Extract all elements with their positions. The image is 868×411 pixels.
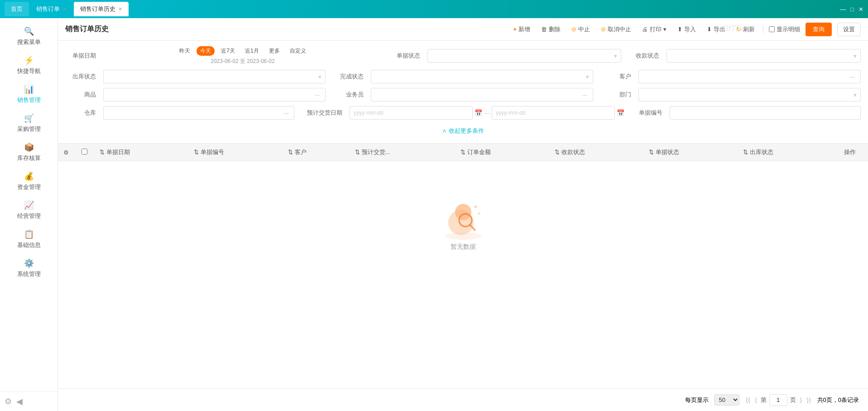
tab-home[interactable]: 首页: [5, 2, 29, 16]
expected-date-to[interactable]: yyyy-mm-dd: [492, 106, 615, 120]
th-settings[interactable]: ⚙: [58, 144, 76, 161]
sidebar-settings-icon[interactable]: ⚙: [5, 396, 12, 406]
th-date[interactable]: ⇅ 单据日期: [94, 144, 188, 161]
window-close[interactable]: ✕: [858, 6, 863, 13]
date-tag-today[interactable]: 今天: [197, 46, 215, 56]
th-out-status[interactable]: ⇅ 出库状态: [738, 144, 832, 161]
order-no-label: 单据编号: [632, 109, 662, 117]
product-select[interactable]: ···: [103, 88, 326, 102]
page-label-prefix: 第: [761, 396, 767, 404]
complete-status-label: 完成状态: [333, 73, 364, 81]
salesperson-select[interactable]: ···: [371, 88, 593, 102]
page-number-input[interactable]: [769, 394, 787, 406]
date-tag-1month[interactable]: 近1月: [241, 46, 263, 56]
next-page-button[interactable]: ⟩: [799, 396, 803, 405]
warehouse-select[interactable]: ···: [103, 106, 294, 120]
tab-sales-order[interactable]: 销售订单 ✕: [30, 2, 73, 16]
sidebar-item-sys-mgmt-label: 系统管理: [17, 270, 41, 278]
sidebar-item-quick-nav[interactable]: ⚡ 快捷导航: [0, 51, 58, 80]
base-info-icon: 📋: [24, 229, 34, 239]
sidebar-item-purchase-mgmt[interactable]: 🛒 采购管理: [0, 109, 58, 138]
complete-status-select[interactable]: ▾: [371, 70, 593, 83]
show-details-label: 显示明细: [777, 25, 800, 34]
product-ellipsis[interactable]: ···: [313, 92, 321, 98]
out-status-select[interactable]: ▾: [103, 70, 326, 83]
th-customer[interactable]: ⇅ 客户: [283, 144, 350, 161]
salesperson-ellipsis[interactable]: ···: [580, 92, 589, 98]
new-button[interactable]: + 新增: [510, 24, 533, 35]
order-status-chevron: ▾: [614, 53, 617, 59]
page-size-select[interactable]: 10 20 50 100: [714, 394, 739, 406]
page-header: 销售订单历史 + 新增 🗑 删除 ⊘ 中止 ⊘ 取消中止: [58, 18, 868, 41]
data-table: ⚙ ⇅ 单据日期 ⇅ 单据编号: [58, 144, 868, 287]
filter-row-2: 出库状态 ▾ 完成状态 ▾ 客户 ···: [65, 70, 861, 83]
expected-date-from[interactable]: yyyy-mm-dd: [350, 106, 473, 120]
th-pay-status[interactable]: ⇅ 收款状态: [549, 144, 643, 161]
first-page-button[interactable]: ⟨⟨: [745, 396, 751, 405]
top-bar: 首页 销售订单 ✕ 销售订单历史 ✕ — □ ✕: [0, 0, 868, 18]
date-tag-custom[interactable]: 自定义: [286, 46, 310, 56]
date-tag-more[interactable]: 更多: [265, 46, 283, 56]
refresh-icon: ↻: [736, 26, 741, 33]
sidebar-item-sales-mgmt-label: 销售管理: [17, 96, 41, 104]
filter-area: 单据日期 昨天 今天 近7天 近1月 更多 自定义 2023-06-02 至 2…: [58, 41, 868, 144]
customer-select[interactable]: ···: [638, 70, 861, 83]
stop-button[interactable]: ⊘ 中止: [569, 24, 593, 35]
prev-page-button[interactable]: ⟨: [754, 396, 758, 405]
sidebar-item-base-info[interactable]: 📋 基础信息: [0, 225, 58, 254]
th-no[interactable]: ⇅ 单据编号: [188, 144, 283, 161]
sidebar-item-search-menu[interactable]: 🔍 搜索菜单: [0, 22, 58, 51]
operations-icon: 📈: [24, 200, 34, 210]
date-tag-yesterday[interactable]: 昨天: [176, 46, 194, 56]
window-minimize[interactable]: —: [840, 6, 846, 13]
customer-label: 客户: [600, 73, 631, 81]
sidebar-item-sys-mgmt[interactable]: ⚙️ 系统管理: [0, 254, 58, 283]
delete-button[interactable]: 🗑 删除: [538, 24, 563, 35]
tab-sales-order-history[interactable]: 销售订单历史 ✕: [74, 2, 129, 16]
select-all-checkbox[interactable]: [82, 149, 87, 155]
show-details-checkbox[interactable]: [769, 26, 775, 32]
sidebar-item-operations[interactable]: 📈 经营管理: [0, 196, 58, 225]
sidebar-collapse-icon[interactable]: ◀: [16, 396, 23, 406]
purchase-mgmt-icon: 🛒: [24, 113, 34, 123]
window-maximize[interactable]: □: [850, 6, 854, 13]
query-button[interactable]: 查询: [806, 23, 832, 36]
import-icon: ⬆: [677, 26, 682, 33]
export-button[interactable]: ⬇ 导出: [704, 24, 728, 35]
inventory-icon: 📦: [24, 142, 34, 152]
warehouse-ellipsis[interactable]: ···: [282, 110, 290, 116]
import-button[interactable]: ⬆ 导入: [675, 24, 699, 35]
settings-icon[interactable]: ⚙: [63, 149, 69, 156]
sidebar-item-sales-mgmt[interactable]: 📊 销售管理: [0, 80, 58, 109]
pay-status-select[interactable]: ▾: [667, 49, 861, 63]
th-amount[interactable]: ⇅ 订单金额: [455, 144, 549, 161]
print-button[interactable]: 🖨 打印 ▾: [639, 24, 669, 35]
tab-sales-order-history-close[interactable]: ✕: [118, 6, 122, 12]
sidebar-item-inventory[interactable]: 📦 库存核算: [0, 138, 58, 167]
sidebar-item-purchase-mgmt-label: 采购管理: [17, 125, 41, 133]
department-select[interactable]: ▾: [638, 88, 861, 102]
svg-point-2: [455, 204, 471, 220]
tab-home-label: 首页: [11, 5, 23, 13]
sidebar-item-quick-nav-label: 快捷导航: [17, 67, 41, 75]
th-checkbox[interactable]: [76, 144, 94, 161]
th-expected[interactable]: ⇅ 预计交货...: [350, 144, 455, 161]
order-status-select[interactable]: ▾: [427, 49, 622, 63]
settings-button[interactable]: 设置: [837, 23, 861, 36]
date-group: 昨天 今天 近7天 近1月 更多 自定义 2023-06-02 至 2023-0…: [103, 46, 382, 65]
cancel-stop-icon: ⊘: [601, 26, 606, 33]
show-details-checkbox-label[interactable]: 显示明细: [769, 25, 800, 34]
out-status-chevron: ▾: [318, 73, 321, 80]
refresh-button[interactable]: ↻ 刷新: [734, 24, 758, 35]
date-tag-7days[interactable]: 近7天: [217, 46, 239, 56]
search-menu-icon: 🔍: [24, 26, 34, 36]
last-page-button[interactable]: ⟩⟩: [806, 396, 812, 405]
customer-ellipsis[interactable]: ···: [848, 73, 857, 80]
tab-sales-order-close[interactable]: ✕: [62, 6, 67, 12]
sidebar-item-finance[interactable]: 💰 资金管理: [0, 167, 58, 196]
new-icon: +: [513, 26, 517, 33]
th-order-status[interactable]: ⇅ 单据状态: [643, 144, 738, 161]
order-no-input[interactable]: [670, 106, 861, 120]
collapse-filter-button[interactable]: ∧ 收起更多条件: [65, 124, 861, 138]
cancel-stop-button[interactable]: ⊘ 取消中止: [598, 24, 634, 35]
